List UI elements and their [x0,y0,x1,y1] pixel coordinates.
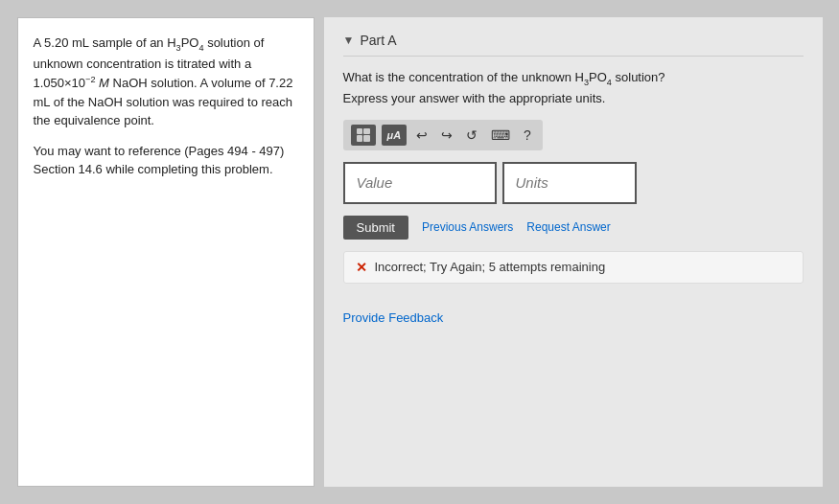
toolbar: μA ↩ ↪ ↺ ⌨ ? [343,120,543,150]
request-answer-link[interactable]: Request Answer [526,220,610,234]
problem-text: A 5.20 mL sample of an H3PO4 solution of… [34,34,298,130]
right-panel: ▼ Part A What is the concentration of th… [324,17,823,487]
grid-icon [357,128,370,142]
refresh-button[interactable]: ↺ [462,126,481,145]
question-line1: What is the concentration of the unknown… [343,68,804,89]
answer-input-row [343,162,804,204]
grid-button[interactable] [351,125,376,146]
incorrect-icon: ✕ [356,260,367,275]
undo-button[interactable]: ↩ [412,126,431,145]
page-container: A 5.20 mL sample of an H3PO4 solution of… [8,8,832,496]
keyboard-icon: ⌨ [491,127,510,143]
mu-label: μA [387,129,402,141]
previous-answers-link[interactable]: Previous Answers [422,220,513,234]
collapse-arrow-icon[interactable]: ▼ [343,34,355,47]
part-header: ▼ Part A [343,33,804,57]
question-text: What is the concentration of the unknown… [343,68,804,108]
keyboard-button[interactable]: ⌨ [487,126,514,145]
status-text: Incorrect; Try Again; 5 attempts remaini… [375,260,606,274]
reference-text: You may want to reference (Pages 494 - 4… [34,142,298,179]
part-label: Part A [360,33,396,48]
status-row: ✕ Incorrect; Try Again; 5 attempts remai… [343,251,804,284]
redo-icon: ↪ [441,127,453,143]
value-input[interactable] [343,162,497,204]
question-line2: Express your answer with the appropriate… [343,89,804,108]
left-panel: A 5.20 mL sample of an H3PO4 solution of… [17,17,315,487]
help-button[interactable]: ? [520,126,535,145]
feedback-link[interactable]: Provide Feedback [343,310,804,325]
units-input[interactable] [502,162,637,204]
action-row: Submit Previous Answers Request Answer [343,216,804,240]
redo-button[interactable]: ↪ [437,126,456,145]
submit-button[interactable]: Submit [343,216,408,240]
undo-icon: ↩ [416,127,428,143]
refresh-icon: ↺ [466,127,478,143]
help-icon: ? [524,127,531,143]
mu-button[interactable]: μA [382,125,408,146]
